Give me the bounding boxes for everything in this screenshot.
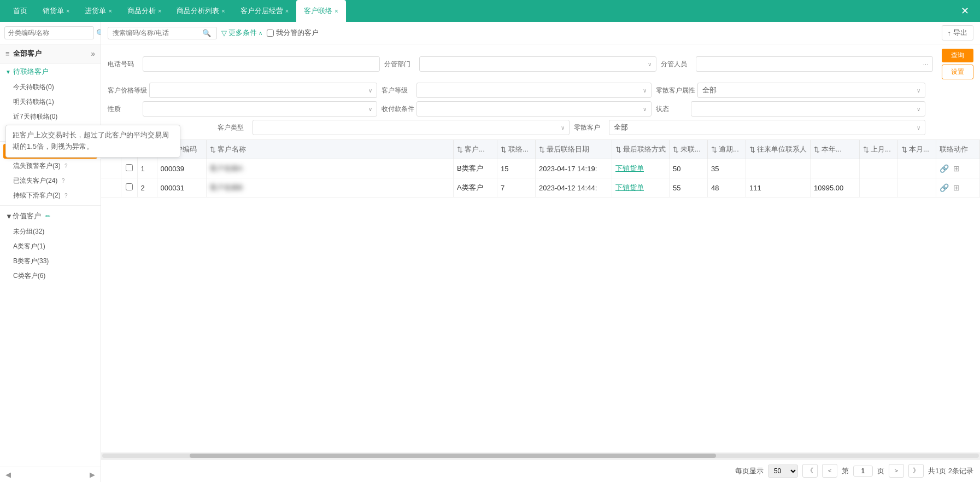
section-pending-arrow: ▼ bbox=[5, 69, 11, 75]
sidebar-item-tomorrow[interactable]: 明天待联络(1) bbox=[0, 95, 101, 109]
row1-contact-count: 15 bbox=[497, 159, 536, 178]
sidebar-item-c-class[interactable]: C类客户(6) bbox=[0, 269, 101, 283]
nav-product-analysis-list[interactable]: 商品分析列表 × bbox=[169, 0, 232, 22]
more-filters-btn[interactable]: ▽ 更多条件 ∧ bbox=[221, 28, 262, 38]
customer-type-select[interactable]: ∨ bbox=[253, 120, 569, 135]
query-button[interactable]: 查询 bbox=[942, 49, 973, 62]
category-search-input[interactable] bbox=[4, 26, 94, 39]
col-lastmonth-sort: ⇅ bbox=[863, 146, 869, 154]
page-size-select[interactable]: 50 20 100 bbox=[768, 464, 798, 478]
nav-product-analysis[interactable]: 商品分析 × bbox=[120, 0, 169, 22]
nav-customer-contact[interactable]: 客户联络 × bbox=[296, 0, 345, 22]
sidebar-section-value[interactable]: ▼ 价值客户 ✏ bbox=[0, 208, 101, 224]
sidebar-prev-icon[interactable]: ◀ bbox=[5, 471, 11, 479]
col-last-month[interactable]: ⇅ 上月... bbox=[860, 140, 898, 159]
nav-product-list-close[interactable]: × bbox=[221, 8, 225, 14]
row2-grid-icon[interactable]: ⊞ bbox=[953, 183, 960, 192]
filter-row-2: 客户价格等级 ∨ 客户等级 ∨ 零散客户属性 全部 bbox=[108, 83, 973, 98]
scrollbar-track[interactable] bbox=[102, 454, 979, 458]
settings-button[interactable]: 设置 bbox=[942, 65, 973, 79]
col-contact-count[interactable]: ⇅ 联络... bbox=[497, 140, 536, 159]
search-bar[interactable]: 🔍 bbox=[108, 27, 217, 39]
col-last-method[interactable]: ⇅ 最后联络方式 bbox=[612, 140, 670, 159]
nav-customer-segment-close[interactable]: × bbox=[285, 8, 289, 14]
retail-attr-select[interactable]: 全部 ∨ bbox=[697, 83, 925, 98]
price-level-select[interactable]: ∨ bbox=[149, 83, 377, 98]
sidebar-item-a-class[interactable]: A类客户(1) bbox=[0, 239, 101, 254]
nav-purchase-close[interactable]: × bbox=[108, 8, 112, 14]
row1-checkbox[interactable] bbox=[121, 159, 137, 178]
manager-select[interactable]: ··· bbox=[696, 56, 933, 72]
customer-type-chevron: ∨ bbox=[561, 125, 565, 131]
search-icon[interactable]: 🔍 bbox=[202, 29, 211, 37]
row1-annual bbox=[811, 159, 860, 178]
my-customers-input[interactable] bbox=[267, 30, 274, 37]
sidebar-next-icon[interactable]: ▶ bbox=[90, 471, 95, 479]
retail-customer-chevron: ∨ bbox=[917, 125, 920, 131]
prev-page-btn[interactable]: ＜ bbox=[822, 464, 837, 478]
last-page-btn[interactable]: 》 bbox=[908, 464, 924, 478]
sidebar-item-loss-warning[interactable]: 流失预警客户(3) ? bbox=[0, 159, 101, 173]
row2-checkbox[interactable] bbox=[121, 178, 137, 198]
col-last-date[interactable]: ⇅ 最后联络日期 bbox=[536, 140, 612, 159]
nav-customer-segment[interactable]: 客户分层经营 × bbox=[233, 0, 296, 22]
row1-uncontacted: 50 bbox=[670, 159, 708, 178]
col-name-sort: ⇅ bbox=[210, 146, 216, 154]
filter-retail-attr: 零散客户属性 全部 ∨ bbox=[656, 83, 925, 98]
phone-input[interactable] bbox=[143, 56, 380, 72]
sidebar-item-today[interactable]: 今天待联络(0) bbox=[0, 80, 101, 95]
sidebar-search-icon[interactable]: 🔍 bbox=[96, 29, 101, 37]
col-uncontacted[interactable]: ⇅ 未联... bbox=[670, 140, 708, 159]
section-value-edit[interactable]: ✏ bbox=[45, 213, 50, 220]
export-button[interactable]: ↑ 导出 bbox=[942, 25, 974, 40]
sidebar-item-lost[interactable]: 已流失客户(24) ? bbox=[0, 173, 101, 188]
col-unit-contact[interactable]: ⇅ 往来单位联系人 bbox=[746, 140, 811, 159]
row2-last-method[interactable]: 下销货单 bbox=[612, 178, 670, 198]
row1-no: 1 bbox=[137, 159, 157, 178]
nav-sales[interactable]: 销货单 × bbox=[35, 0, 77, 22]
col-this-month[interactable]: ⇅ 本月... bbox=[898, 140, 936, 159]
nav-product-analysis-close[interactable]: × bbox=[158, 8, 161, 14]
next-page-btn[interactable]: ＞ bbox=[889, 464, 904, 478]
scrollbar-thumb[interactable] bbox=[190, 454, 715, 458]
sidebar-item-7days[interactable]: 近7天待联络(0) bbox=[0, 109, 101, 124]
sidebar-section-pending[interactable]: ▼ 待联络客户 bbox=[0, 63, 101, 80]
nav-purchase[interactable]: 进货单 × bbox=[77, 0, 119, 22]
col-contact-sort: ⇅ bbox=[501, 146, 507, 154]
row1-this-month bbox=[898, 159, 936, 178]
payment-select[interactable]: ∨ bbox=[416, 101, 651, 117]
sidebar-bottom: ◀ ▶ bbox=[0, 467, 101, 482]
row1-overdue: 35 bbox=[708, 159, 746, 178]
sidebar-item-ungrouped[interactable]: 未分组(32) bbox=[0, 224, 101, 239]
sidebar-all-customers[interactable]: ≡ 全部客户 » bbox=[0, 44, 101, 63]
nav-home[interactable]: 首页 bbox=[5, 0, 35, 22]
col-annual-sort: ⇅ bbox=[814, 146, 820, 154]
col-name[interactable]: ⇅ 客户名称 bbox=[206, 140, 454, 159]
status-select[interactable]: ∨ bbox=[691, 101, 925, 117]
dept-select[interactable]: ∨ bbox=[419, 56, 656, 72]
col-overdue[interactable]: ⇅ 逾期... bbox=[708, 140, 746, 159]
row1-link-icon[interactable]: 🔗 bbox=[940, 164, 949, 173]
row1-grid-icon[interactable]: ⊞ bbox=[953, 164, 960, 173]
search-input[interactable] bbox=[113, 29, 200, 37]
retail-customer-select[interactable]: 全部 ∨ bbox=[609, 120, 925, 135]
row1-last-method[interactable]: 下销货单 bbox=[612, 159, 670, 178]
row2-link-icon[interactable]: 🔗 bbox=[940, 183, 949, 192]
first-page-btn[interactable]: 《 bbox=[802, 464, 818, 478]
col-annual[interactable]: ⇅ 本年... bbox=[811, 140, 860, 159]
export-icon: ↑ bbox=[948, 29, 952, 37]
horizontal-scrollbar[interactable] bbox=[101, 452, 980, 459]
customer-level-select[interactable]: ∨ bbox=[416, 83, 651, 98]
sidebar-item-b-class[interactable]: B类客户(33) bbox=[0, 254, 101, 269]
sidebar-item-declining[interactable]: 持续下滑客户(2) ? bbox=[0, 188, 101, 203]
price-level-chevron: ∨ bbox=[368, 88, 372, 94]
sidebar-collapse-btn[interactable]: » bbox=[91, 49, 95, 58]
gender-select[interactable]: ∨ bbox=[143, 101, 377, 117]
filter-row-4: ··· 客户类型 ∨ 零散客户 全部 ∨ bbox=[108, 120, 973, 135]
window-close-btn[interactable]: ✕ bbox=[955, 5, 975, 17]
nav-customer-contact-close[interactable]: × bbox=[335, 8, 338, 14]
nav-sales-close[interactable]: × bbox=[66, 8, 69, 14]
current-page-input[interactable] bbox=[853, 466, 873, 477]
my-customers-checkbox[interactable]: 我分管的客户 bbox=[267, 28, 319, 38]
col-type[interactable]: ⇅ 客户... bbox=[454, 140, 497, 159]
